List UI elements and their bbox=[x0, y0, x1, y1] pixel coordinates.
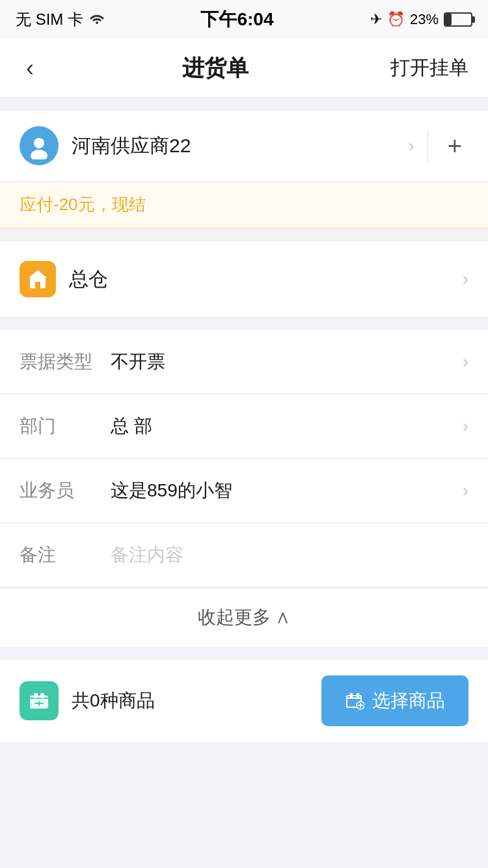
svg-rect-11 bbox=[357, 693, 359, 698]
select-product-label: 选择商品 bbox=[372, 688, 445, 713]
back-button[interactable]: ‹ bbox=[20, 48, 40, 88]
supplier-divider bbox=[427, 129, 428, 162]
top-divider bbox=[0, 98, 488, 111]
add-supplier-button[interactable]: + bbox=[441, 132, 468, 160]
supplier-row: 河南供应商22 › + bbox=[0, 111, 488, 182]
salesperson-value: 这是859的小智 bbox=[111, 478, 456, 503]
svg-rect-5 bbox=[35, 282, 40, 288]
wifi-icon bbox=[90, 11, 104, 28]
collapse-button[interactable]: 收起更多 ∧ bbox=[0, 588, 488, 647]
remark-label: 备注 bbox=[20, 543, 98, 567]
warehouse-chevron-icon: › bbox=[463, 269, 468, 290]
status-time: 下午6:04 bbox=[200, 7, 273, 32]
mid-divider-2 bbox=[0, 317, 488, 330]
battery-icon bbox=[444, 12, 472, 27]
ticket-type-value: 不开票 bbox=[111, 349, 456, 374]
location-icon: ✈ bbox=[370, 11, 382, 28]
mid-divider-1 bbox=[0, 228, 488, 241]
warehouse-section: 总仓 › bbox=[0, 241, 488, 317]
supplier-name[interactable]: 河南供应商22 bbox=[72, 133, 401, 159]
salesperson-label: 业务员 bbox=[20, 478, 98, 503]
select-product-button[interactable]: 选择商品 bbox=[321, 675, 468, 726]
ticket-type-row[interactable]: 票据类型 不开票 › bbox=[0, 330, 488, 394]
collapse-label: 收起更多 ∧ bbox=[198, 607, 291, 627]
product-icon bbox=[20, 681, 59, 720]
remark-row[interactable]: 备注 备注内容 bbox=[0, 523, 488, 588]
department-label: 部门 bbox=[20, 414, 98, 439]
salesperson-chevron-icon: › bbox=[463, 480, 468, 501]
carrier-text: 无 SIM 卡 bbox=[16, 9, 83, 30]
svg-point-1 bbox=[34, 138, 44, 148]
open-pending-button[interactable]: 打开挂单 bbox=[390, 55, 468, 81]
supplier-chevron-icon: › bbox=[408, 135, 414, 156]
svg-rect-8 bbox=[40, 693, 44, 698]
remark-value[interactable]: 备注内容 bbox=[111, 543, 468, 567]
alarm-icon: ⏰ bbox=[387, 11, 405, 28]
svg-marker-4 bbox=[29, 270, 47, 278]
svg-rect-10 bbox=[350, 693, 353, 698]
notice-bar: 应付-20元，现结 bbox=[0, 182, 488, 228]
supplier-avatar bbox=[20, 126, 59, 165]
page-title: 进货单 bbox=[182, 53, 249, 83]
warehouse-row[interactable]: 总仓 › bbox=[0, 241, 488, 317]
product-count-label: 共0种商品 bbox=[72, 688, 308, 713]
department-value: 总 部 bbox=[111, 414, 456, 439]
status-right: ✈ ⏰ 23% bbox=[370, 11, 472, 28]
status-bar: 无 SIM 卡 下午6:04 ✈ ⏰ 23% bbox=[0, 0, 488, 39]
select-product-icon bbox=[345, 691, 364, 711]
supplier-section: 河南供应商22 › + 应付-20元，现结 bbox=[0, 111, 488, 228]
notice-text: 应付-20元，现结 bbox=[20, 195, 146, 214]
product-bar: 共0种商品 选择商品 bbox=[0, 660, 488, 742]
form-section: 票据类型 不开票 › 部门 总 部 › 业务员 这是859的小智 › 备注 备注… bbox=[0, 330, 488, 647]
battery-percent: 23% bbox=[410, 11, 439, 28]
status-left: 无 SIM 卡 bbox=[16, 9, 104, 30]
nav-bar: ‹ 进货单 打开挂单 bbox=[0, 39, 488, 98]
department-row[interactable]: 部门 总 部 › bbox=[0, 394, 488, 459]
svg-rect-7 bbox=[34, 693, 38, 698]
ticket-type-chevron-icon: › bbox=[463, 351, 468, 372]
warehouse-name: 总仓 bbox=[69, 266, 456, 293]
warehouse-icon bbox=[20, 261, 56, 297]
department-chevron-icon: › bbox=[463, 416, 468, 437]
salesperson-row[interactable]: 业务员 这是859的小智 › bbox=[0, 459, 488, 523]
ticket-type-label: 票据类型 bbox=[20, 349, 98, 374]
